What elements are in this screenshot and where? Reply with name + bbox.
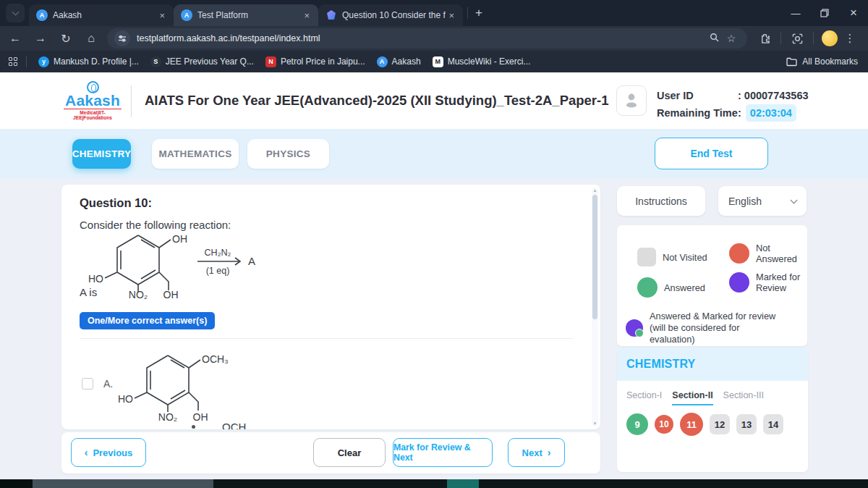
tab-chemistry[interactable]: CHEMISTRY [72, 139, 131, 169]
next-button[interactable]: Next › [508, 438, 565, 467]
reload-icon[interactable]: ↻ [56, 28, 76, 49]
scrollbar-thumb[interactable] [33, 479, 213, 488]
chemistry-palette-card: CHEMISTRY Section-I Section-II Section-I… [617, 348, 808, 472]
question-card: Question 10: Consider the following reac… [61, 185, 600, 429]
chevron-left-icon: ‹ [85, 447, 88, 458]
question-number-palette: 9 10 11 12 13 14 [617, 405, 808, 436]
person-icon [622, 91, 641, 110]
restore-icon [820, 9, 829, 17]
question-chip-not-visited[interactable]: 12 [710, 414, 730, 434]
tab-title: Question 10 Consider the follow [342, 10, 446, 20]
search-icon[interactable] [705, 33, 723, 44]
browser-tab-aakash[interactable]: A Aakash × [29, 4, 174, 26]
bookmark-item[interactable]: N Petrol Price in Jaipu... [265, 56, 365, 67]
extensions-icon[interactable] [754, 33, 775, 44]
question-scrollbar[interactable]: ▲ ▼ [592, 188, 598, 426]
mark-for-review-next-button[interactable]: Mark for Review & Next [393, 438, 493, 467]
tab-section-2[interactable]: Section-II [672, 390, 712, 405]
site-info-icon[interactable] [114, 30, 130, 46]
tab-search-button[interactable] [6, 4, 25, 22]
legend-answered: Answered [637, 277, 705, 298]
home-icon[interactable]: ⌂ [81, 28, 101, 49]
instructions-button[interactable]: Instructions [617, 186, 705, 216]
bookmark-item[interactable]: S JEE Previous Year Q... [150, 56, 254, 67]
restore-button[interactable] [810, 0, 839, 26]
menu-kebab-icon[interactable]: ⋮ [840, 32, 860, 45]
aakash-favicon: A [181, 9, 192, 21]
answered-swatch [637, 277, 658, 298]
divider [80, 338, 573, 339]
profile-avatar[interactable] [820, 30, 840, 46]
section-tabs: Section-I Section-II Section-III [617, 381, 808, 405]
tab-close-icon[interactable]: × [301, 10, 312, 21]
bookmark-star-icon[interactable]: ☆ [723, 33, 740, 44]
clear-button[interactable]: Clear [313, 438, 386, 467]
musclewiki-icon: M [433, 56, 443, 67]
question-chip-not-answered-current[interactable]: 11 [680, 413, 703, 436]
question-chip-not-answered[interactable]: 10 [655, 415, 673, 434]
previous-button[interactable]: ‹ Previous [71, 438, 146, 467]
back-icon[interactable]: ← [5, 28, 25, 49]
option-a-row[interactable]: A. OCH₃ HO NO₂ OH [82, 345, 247, 422]
user-id-value: : 00007743563 [738, 87, 809, 104]
apps-grid-icon[interactable] [9, 57, 17, 66]
tab-close-icon[interactable]: × [156, 10, 168, 21]
question-footer-bar: ‹ Previous Clear Mark for Review & Next … [61, 432, 600, 474]
question-chip-not-visited[interactable]: 14 [763, 414, 783, 434]
option-a-checkbox[interactable] [82, 378, 93, 390]
palette-subject-title: CHEMISTRY [617, 348, 808, 381]
minimize-button[interactable]: — [781, 0, 810, 26]
horizontal-scrollbar[interactable] [0, 479, 868, 488]
tab-section-3[interactable]: Section-III [723, 390, 764, 405]
new-tab-button[interactable]: + [475, 6, 482, 20]
tab-mathematics[interactable]: MATHEMATICS [152, 139, 239, 169]
bookmark-item[interactable]: y Mankush D. Profile |... [38, 56, 139, 67]
partial-next-option-text: OCH [222, 421, 246, 429]
close-button[interactable]: × [839, 0, 868, 26]
scroll-down-icon[interactable]: ▼ [592, 421, 598, 426]
window-controls: — × [781, 0, 868, 26]
question-chip-answered[interactable]: 9 [626, 413, 648, 435]
url-text[interactable]: testplatform.aakash.ac.in/testpanel/inde… [137, 33, 705, 43]
browser-tab-test-platform[interactable]: A Test Platform × [174, 4, 318, 26]
aakash-icon: A [377, 56, 388, 67]
user-id-label: User ID [657, 87, 738, 104]
gem-favicon [326, 9, 337, 21]
user-avatar [616, 85, 647, 116]
question-chip-not-visited[interactable]: 13 [736, 414, 757, 434]
answered-marked-swatch [626, 319, 643, 337]
reagent-top: CH₂N₂ [205, 248, 231, 258]
tab-close-icon[interactable]: × [446, 10, 457, 21]
reaction-scheme: OH HO NO₂ OH CH₂N₂ (1 eq) A [75, 227, 306, 299]
question-suffix: A is [80, 286, 97, 298]
all-bookmarks-button[interactable]: All Bookmarks [786, 56, 858, 67]
end-test-button[interactable]: End Test [655, 138, 768, 169]
tab-physics[interactable]: PHYSICS [247, 139, 329, 169]
substituent-label: HO [118, 393, 133, 405]
substituent-label: OH [172, 233, 187, 245]
scrollbar-track-segment [0, 479, 33, 488]
bookmark-item[interactable]: M MuscleWiki - Exerci... [433, 56, 531, 67]
divider [131, 85, 132, 117]
substituent-label: OH [193, 411, 208, 422]
user-info: User ID : 00007743563 Remaining Time : 0… [657, 87, 809, 122]
scrollbar-thumb[interactable] [592, 195, 597, 319]
legend-marked-for-review: Marked forReview [729, 272, 800, 293]
question-type-badge: One/More correct answer(s) [80, 312, 215, 329]
tab-section-1[interactable]: Section-I [626, 390, 662, 405]
lens-icon[interactable] [787, 33, 807, 44]
address-bar[interactable]: testplatform.aakash.ac.in/testpanel/inde… [107, 28, 747, 49]
aakash-favicon: A [36, 9, 48, 21]
aakash-logo-icon [87, 81, 99, 93]
scroll-up-icon[interactable]: ▲ [592, 188, 598, 193]
twitter-icon: y [38, 56, 49, 67]
news-n-icon: N [265, 56, 276, 67]
language-dropdown[interactable]: English [718, 186, 807, 216]
bookmarks-bar: y Mankush D. Profile |... S JEE Previous… [0, 51, 868, 72]
subject-band: CHEMISTRY MATHEMATICS PHYSICS End Test [0, 129, 868, 179]
folder-icon [786, 57, 797, 67]
forward-icon[interactable]: → [30, 28, 51, 49]
bookmark-item[interactable]: A Aakash [377, 56, 421, 67]
browser-tab-question[interactable]: Question 10 Consider the follow × [318, 4, 463, 26]
option-a-structure: OCH₃ HO NO₂ OH [117, 345, 247, 422]
